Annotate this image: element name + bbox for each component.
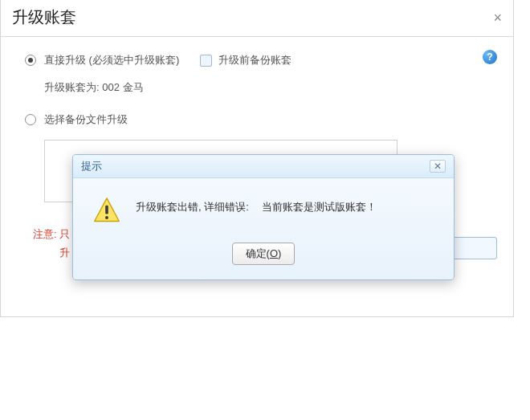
dialog-title: 提示 [81,159,102,173]
close-icon[interactable]: × [493,10,502,25]
dialog-body: 升级账套出错, 详细错误: 当前账套是测试版账套！ [73,178,454,233]
note-label: 注意: [33,228,57,240]
checkbox-backup-before[interactable] [200,55,212,67]
window-title-bar: 升级账套 × [1,0,513,37]
label-backup-before: 升级前备份账套 [218,53,292,67]
label-direct-upgrade: 直接升级 (必须选中升级账套) [44,53,179,67]
window-title: 升级账套 [12,6,76,28]
message-dialog: 提示 ✕ 升级账套出错, 详细错误: 当前账套是测试版账套！ 确定(O) [72,154,455,280]
dialog-message: 升级账套出错, 详细错误: 当前账套是测试版账套！ [136,196,377,216]
option-from-backup-row: 选择备份文件升级 [25,112,489,127]
dialog-footer: 确定(O) [73,233,454,279]
ok-button[interactable]: 确定(O) [232,243,296,265]
svg-point-1 [105,216,108,219]
radio-from-backup[interactable] [25,114,36,125]
help-icon[interactable]: ? [483,50,497,64]
ok-hotkey: O [270,247,278,259]
svg-rect-0 [105,206,108,214]
warning-icon [92,196,121,225]
upgrade-target-line: 升级账套为: 002 金马 [44,80,489,95]
dialog-title-bar: 提示 ✕ [73,155,454,178]
label-from-backup: 选择备份文件升级 [44,112,128,127]
option-direct-upgrade-row: 直接升级 (必须选中升级账套) 升级前备份账套 [25,53,489,67]
upgrade-target-value: 002 金马 [102,81,143,93]
dialog-close-button[interactable]: ✕ [430,160,446,173]
note-line2: 升 [59,247,70,259]
note-line1: 只 [59,228,70,240]
ok-label-suffix: ) [278,247,281,259]
radio-direct-upgrade[interactable] [25,55,36,66]
ok-label-prefix: 确定( [246,247,270,259]
upgrade-target-prefix: 升级账套为: [44,81,100,93]
